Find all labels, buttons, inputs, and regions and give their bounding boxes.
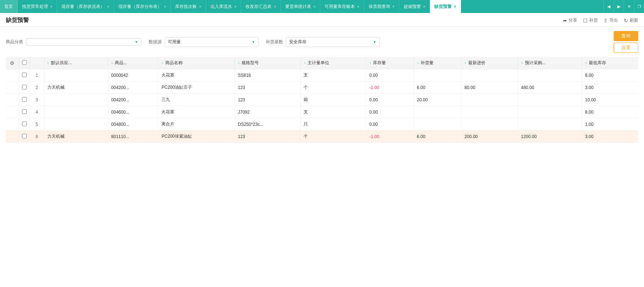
row-checkbox[interactable] (22, 109, 27, 114)
row-stock: 0.00 (366, 118, 414, 131)
th-replenish-qty[interactable]: ↕ 补货量 (414, 57, 461, 69)
row-checkbox[interactable] (22, 85, 27, 89)
row-supplier (44, 69, 108, 81)
row-latest-price (461, 118, 518, 131)
tab-item[interactable]: 缺货预警× (430, 0, 461, 13)
datasource-select-value: 可用量 (168, 39, 181, 45)
tab-close-icon[interactable]: × (423, 4, 425, 9)
tab-close-icon[interactable]: × (313, 4, 316, 9)
tab-item[interactable]: 保质期查询× (364, 0, 399, 13)
tab-label: 现存量（库存分布表） (118, 4, 162, 10)
row-supplier (44, 106, 108, 118)
th-unit[interactable]: ↕ 主计量单位 (301, 57, 366, 69)
row-goods-name: 三九 (158, 94, 235, 106)
row-gear-cell (6, 118, 19, 131)
settings-button[interactable]: 设置 (614, 43, 638, 53)
category-filter-group: 商品分类 ▼ (6, 38, 142, 46)
table-row: 2力天机械004200...PC200油缸庄子123个-1.006.0080.0… (6, 81, 638, 94)
tab-close-icon[interactable]: × (392, 4, 395, 9)
tab-label: 现存量（库存状况表） (61, 4, 105, 10)
row-min-stock: 1.00 (582, 118, 638, 131)
tab-next-button[interactable]: ▶ (614, 0, 624, 13)
th-goods-code[interactable]: ↕ 商品... (108, 57, 158, 69)
tab-close-all-button[interactable]: ✕ (624, 0, 634, 13)
tab-item[interactable]: 首页 (0, 0, 18, 13)
datasource-select[interactable]: 可用量 ▼ (165, 37, 258, 47)
goods-code-sort-icon: ↕ (111, 61, 113, 65)
page-title: 缺货预警 (6, 17, 29, 24)
row-unit: 支 (301, 106, 366, 118)
th-est-purchase[interactable]: ↕ 预计采购... (518, 57, 582, 69)
row-replenish-qty: 6.00 (414, 131, 461, 143)
tab-close-icon[interactable]: × (274, 4, 276, 9)
refresh-button[interactable]: ↻ 刷新 (624, 17, 638, 23)
row-goods-name: PC200油缸庄子 (158, 81, 235, 94)
tab-close-icon[interactable]: × (107, 4, 109, 9)
data-table: ⚙ ↕ 默认供应... ↕ 商品... (6, 57, 638, 143)
supplier-sort-icon: ↕ (47, 61, 49, 65)
tab-item[interactable]: 要货单统计表× (281, 0, 320, 13)
th-latest-price[interactable]: ↕ 最新进价 (461, 57, 518, 69)
replenish-label: 补货基数 (266, 39, 283, 45)
tab-close-icon[interactable]: × (50, 4, 52, 9)
tab-item[interactable]: 出入库流水× (206, 0, 241, 13)
row-checkbox[interactable] (22, 72, 27, 77)
row-min-stock: 3.00 (582, 81, 638, 94)
tab-close-icon[interactable]: × (164, 4, 166, 9)
export-button[interactable]: ⇧ 导出 (604, 17, 618, 23)
replenish-select[interactable]: 安全库存 ▼ (286, 37, 380, 47)
th-check (19, 57, 30, 69)
tab-close-icon[interactable]: × (357, 4, 359, 9)
row-spec: 123 (235, 81, 300, 94)
tab-prev-button[interactable]: ◀ (604, 0, 614, 13)
datasource-label: 数据源 (149, 39, 162, 45)
row-stock: 0.00 (366, 69, 414, 81)
tab-item[interactable]: 可用量库存账本× (320, 0, 364, 13)
latest-price-sort-icon: ↕ (465, 61, 466, 65)
row-latest-price: 200.00 (461, 131, 518, 143)
th-latest-price-label: 最新进价 (468, 60, 486, 65)
row-gear-cell (6, 81, 19, 94)
select-all-checkbox[interactable] (22, 60, 27, 65)
tab-item[interactable]: 超储预警× (399, 0, 430, 13)
tab-label: 收发存汇总表 (245, 4, 271, 10)
column-settings-icon[interactable]: ⚙ (10, 60, 14, 66)
row-checkbox[interactable] (22, 122, 27, 126)
tab-bar: 首页拣货异常处理×现存量（库存状况表）×现存量（库存分布表）×库存批次账×出入库… (0, 0, 644, 13)
row-check-cell (19, 118, 30, 131)
row-replenish-qty (414, 118, 461, 131)
th-supplier[interactable]: ↕ 默认供应... (44, 57, 108, 69)
th-stock[interactable]: ↕ 库存量 (366, 57, 414, 69)
tab-item[interactable]: 现存量（库存分布表）× (114, 0, 171, 13)
row-min-stock: 8.00 (582, 69, 638, 81)
tab-close-icon[interactable]: × (454, 4, 456, 9)
tab-expand-button[interactable]: ❐ (634, 0, 644, 13)
tab-item[interactable]: 收发存汇总表× (241, 0, 280, 13)
tab-item[interactable]: 现存量（库存状况表）× (57, 0, 114, 13)
tab-label: 库存批次账 (175, 4, 197, 10)
row-checkbox[interactable] (22, 134, 27, 138)
th-spec[interactable]: ↕ 规格型号 (235, 57, 300, 69)
tab-close-icon[interactable]: × (199, 4, 201, 9)
refresh-icon: ↻ (624, 18, 628, 23)
category-select[interactable]: ▼ (26, 38, 142, 46)
share-button[interactable]: ➦ 分享 (563, 17, 577, 23)
table-row: 6力天机械801110...PC200张紧油缸123个-1.006.00200.… (6, 131, 638, 143)
tab-item[interactable]: 拣货异常处理× (18, 0, 57, 13)
row-gear-cell (6, 94, 19, 106)
page-header: 缺货预警 ➦ 分享 ☐ 补货 ⇧ 导出 ↻ 刷新 (0, 13, 644, 27)
row-checkbox[interactable] (22, 97, 27, 102)
query-button[interactable]: 查询 (614, 31, 638, 41)
tab-close-icon[interactable]: × (234, 4, 236, 9)
replenish-button[interactable]: ☐ 补货 (583, 17, 598, 23)
th-min-stock[interactable]: ↕ 最低库存 (582, 57, 638, 69)
th-goods-code-label: 商品... (115, 60, 127, 65)
th-goods-name[interactable]: ↕ 商品名称 (158, 57, 235, 69)
table-row: 4004600...火花塞J7092支0.008.00 (6, 106, 638, 118)
row-index: 5 (30, 118, 44, 131)
th-est-purchase-label: 预计采购... (525, 60, 546, 65)
tab-item[interactable]: 库存批次账× (171, 0, 206, 13)
row-goods-code: 004800... (108, 118, 158, 131)
row-stock: 0.00 (366, 106, 414, 118)
replenish-arrow-icon: ▼ (373, 40, 377, 44)
